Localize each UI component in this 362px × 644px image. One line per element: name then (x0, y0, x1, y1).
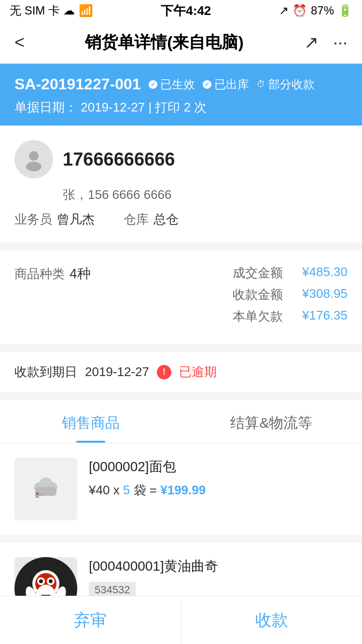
clock-icon: ⏱ (257, 79, 265, 89)
receipt-value: ¥308.95 (302, 286, 348, 303)
tabs-row: 销售商品 结算&物流等 (0, 400, 362, 443)
customer-section: 17666666666 张，156 6666 6666 业务员 曾凡杰 仓库 总… (0, 126, 362, 242)
debt-label: 本单欠款 (233, 308, 283, 325)
product-price-1: ¥40 x 5 袋 = ¥199.99 (89, 482, 348, 499)
status-time: 下午4:42 (161, 2, 211, 19)
tab-settlement-label: 结算&物流等 (230, 415, 312, 431)
collect-button[interactable]: 收款 (181, 596, 362, 644)
kind-value: 4种 (70, 265, 91, 283)
price-x-1: x (113, 483, 123, 497)
stats-section: 商品种类 4种 成交金额 ¥485.30 收款金额 ¥308.95 本单欠款 ¥… (0, 250, 362, 344)
svg-text:🦉+: 🦉+ (34, 492, 43, 498)
customer-row: 17666666666 (14, 140, 348, 179)
status-right: ↗ ⏰ 87% 🔋 (279, 4, 352, 17)
order-date-row: 单据日期： 2019-12-27 | 打印 2 次 (14, 99, 348, 116)
deal-amount-row: 成交金额 ¥485.30 (233, 265, 348, 281)
share-button[interactable]: ↗ (304, 32, 319, 53)
stats-row: 商品种类 4种 成交金额 ¥485.30 收款金额 ¥308.95 本单欠款 ¥… (14, 265, 348, 330)
customer-id: 17666666666 (63, 149, 175, 170)
overdue-text: 已逾期 (179, 364, 217, 380)
page-title: 销货单详情(来自电脑) (85, 31, 244, 54)
price-eq-1: = (150, 483, 160, 497)
sales-label: 业务员 (14, 211, 52, 228)
price-qty-1: 5 (123, 483, 130, 497)
warehouse-meta: 仓库 总仓 (124, 211, 179, 228)
order-date-value: 2019-12-27 (81, 100, 145, 114)
svg-point-12 (39, 579, 43, 583)
order-header: SA-20191227-001 已生效 已出库 ⏱ 部分收款 单据日期： 201… (0, 64, 362, 126)
order-id: SA-20191227-001 (14, 75, 141, 93)
nav-right-actions: ↗ ··· (304, 32, 348, 53)
debt-value: ¥176.35 (302, 308, 348, 325)
tab-products[interactable]: 销售商品 (0, 400, 181, 443)
debt-amount-row: 本单欠款 ¥176.35 (233, 308, 348, 325)
check-icon-1 (149, 80, 157, 89)
order-id-row: SA-20191227-001 已生效 已出库 ⏱ 部分收款 (14, 75, 348, 93)
tab-settlement[interactable]: 结算&物流等 (181, 400, 362, 443)
due-label: 收款到期日 (14, 364, 77, 380)
alarm-icon: ⏰ (292, 4, 307, 17)
wifi-icon: 📶 (79, 4, 93, 17)
deal-label: 成交金额 (233, 265, 283, 281)
bread-placeholder-icon: 🦉+ (27, 470, 65, 508)
svg-point-0 (29, 151, 39, 161)
product-kinds: 商品种类 4种 (14, 265, 91, 283)
date-label: 单据日期： (14, 100, 77, 114)
check-icon-2 (203, 80, 211, 89)
status-effected: 已生效 (149, 77, 195, 92)
customer-contact: 张，156 6666 6666 (14, 186, 348, 203)
product-name-2: [000400001]黄油曲奇 (89, 557, 348, 575)
more-button[interactable]: ··· (333, 32, 348, 53)
receipt-label: 收款金额 (233, 286, 283, 303)
price-unit-1: 袋 (134, 483, 146, 497)
kind-label: 商品种类 (14, 266, 65, 282)
battery-icon: 🔋 (338, 4, 352, 17)
battery-level: 87% (311, 4, 334, 17)
due-section: 收款到期日 2019-12-27 ! 已逾期 (0, 352, 362, 392)
price-base-1: ¥40 (89, 483, 110, 497)
receipt-amount-row: 收款金额 ¥308.95 (233, 286, 348, 303)
reject-button[interactable]: 弃审 (0, 596, 181, 644)
status-partial: ⏱ 部分收款 (257, 77, 315, 92)
overdue-icon: ! (157, 365, 171, 379)
stats-left: 商品种类 4种 (14, 265, 91, 283)
product-thumb-1: 🦉+ (14, 458, 77, 520)
avatar (14, 140, 53, 179)
sim-label: 无 SIM 卡 ☁ (10, 3, 75, 18)
tab-products-label: 销售商品 (62, 415, 120, 431)
product-name-1: [0000002]面包 (89, 458, 348, 476)
bottom-bar: 弃审 收款 (0, 596, 362, 644)
deal-value: ¥485.30 (302, 265, 348, 281)
location-icon: ↗ (279, 4, 289, 17)
warehouse-label: 仓库 (124, 211, 149, 228)
tabs-section: 销售商品 结算&物流等 (0, 400, 362, 443)
due-date-value: 2019-12-27 (85, 364, 149, 379)
status-bar: 无 SIM 卡 ☁ 📶 下午4:42 ↗ ⏰ 87% 🔋 (0, 0, 362, 21)
avatar-icon (22, 147, 46, 171)
nav-bar: < 销货单详情(来自电脑) ↗ ··· (0, 21, 362, 64)
status-effected-label: 已生效 (160, 77, 195, 92)
print-info: | 打印 2 次 (148, 100, 207, 114)
product-info-1: [0000002]面包 ¥40 x 5 袋 = ¥199.99 (89, 458, 348, 499)
sales-meta: 业务员 曾凡杰 (14, 211, 95, 228)
warehouse-name: 总仓 (153, 211, 179, 228)
status-shipped-label: 已出库 (214, 77, 249, 92)
svg-point-1 (26, 162, 42, 171)
list-item: 🦉+ [0000002]面包 ¥40 x 5 袋 = ¥199.99 (0, 443, 362, 535)
price-total-1: ¥199.99 (160, 483, 206, 497)
back-button[interactable]: < (14, 32, 25, 53)
customer-meta: 业务员 曾凡杰 仓库 总仓 (14, 211, 348, 228)
svg-point-13 (49, 579, 53, 583)
sales-name: 曾凡杰 (57, 211, 95, 228)
stats-right: 成交金额 ¥485.30 收款金额 ¥308.95 本单欠款 ¥176.35 (233, 265, 348, 330)
status-shipped: 已出库 (203, 77, 249, 92)
status-partial-label: 部分收款 (268, 77, 315, 92)
status-left: 无 SIM 卡 ☁ 📶 (10, 3, 93, 18)
